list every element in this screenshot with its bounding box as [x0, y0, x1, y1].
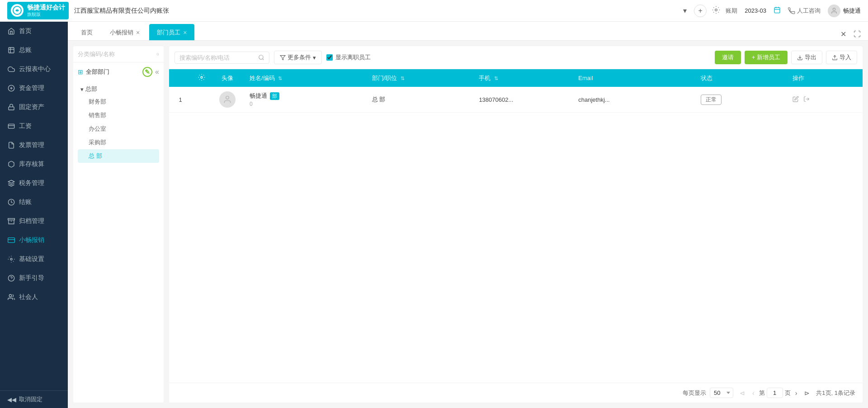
sidebar-item-settings[interactable]: 基础设置 [0, 250, 68, 269]
sidebar-item-ledger[interactable]: 总账 [0, 41, 68, 60]
dept-group-name[interactable]: ▾ 总部 [78, 83, 159, 95]
sidebar-item-label-fund: 资金管理 [19, 84, 44, 92]
sidebar-item-tax[interactable]: 税务管理 [0, 174, 68, 193]
dept-item-sales[interactable]: 销售部 [78, 109, 159, 122]
sidebar-item-label-asset: 固定资产 [19, 103, 44, 111]
svg-rect-2 [774, 7, 780, 13]
col-action: 操作 [786, 69, 863, 87]
next-page-button[interactable]: › [793, 389, 800, 398]
dept-panel: ⊞ 全部部门 ✎ « ▾ 总部 财务部 销售部 办公室 采购部 [73, 46, 164, 403]
add-employee-button[interactable]: + 新增员工 [745, 51, 788, 64]
expand-button[interactable]: ⛶ [852, 28, 863, 40]
sidebar-item-label-ledger: 总账 [19, 46, 32, 54]
sidebar-item-checkout[interactable]: 结账 [0, 193, 68, 212]
filter-button[interactable]: 更多条件 ▾ [274, 51, 322, 64]
dept-tree: ▾ 总部 财务部 销售部 办公室 采购部 总 部 [73, 80, 164, 403]
guide-icon [7, 274, 15, 282]
first-page-button[interactable]: ⊲ [737, 389, 748, 398]
expense-icon [7, 236, 15, 244]
sidebar-item-fund[interactable]: 资金管理 [0, 79, 68, 98]
svg-point-32 [201, 76, 203, 78]
tab-close-button[interactable]: × [136, 29, 140, 36]
sidebar-item-asset[interactable]: 固定资产 [0, 98, 68, 117]
add-company-button[interactable]: + [694, 5, 707, 17]
import-button[interactable]: 导入 [826, 51, 857, 64]
cell-phone: 138070602... [472, 87, 572, 113]
page-input[interactable] [767, 388, 783, 398]
dept-search-area [73, 46, 164, 62]
svg-point-6 [833, 8, 835, 10]
checkout-icon [7, 198, 15, 206]
invoice-icon [7, 141, 15, 149]
emp-table-wrap: 头像 姓名/编码 ⇅ 部门/职位 ⇅ 手机 ⇅ Emai [169, 69, 863, 383]
tax-icon [7, 179, 15, 187]
sidebar-item-archive[interactable]: 归档管理 [0, 212, 68, 231]
sidebar-item-label-checkout: 结账 [19, 198, 32, 206]
tab-小畅报销[interactable]: 小畅报销× [102, 24, 147, 40]
emp-search-input[interactable] [179, 54, 255, 61]
logo-area[interactable]: 畅捷通好会计 旗舰版 [7, 2, 69, 19]
per-page-select[interactable]: 50 10 20 100 [710, 388, 733, 398]
period-label: 账期 [726, 7, 737, 15]
sidebar-item-label-inventory: 库存核算 [19, 160, 44, 168]
dept-item-office[interactable]: 办公室 [78, 122, 159, 136]
tab-部门员工[interactable]: 部门员工× [149, 24, 194, 40]
page-suffix: 页 [785, 389, 791, 397]
pin-button[interactable]: ◀◀ 取消固定 [0, 390, 68, 408]
dept-item-general[interactable]: 总 部 [78, 149, 159, 163]
app-name: 畅捷通好会计 [27, 4, 65, 11]
col-settings[interactable] [192, 69, 212, 87]
svg-rect-14 [8, 124, 14, 128]
col-phone[interactable]: 手机 ⇅ [472, 69, 572, 87]
sidebar-item-label-archive: 归档管理 [19, 217, 44, 225]
archive-icon [7, 217, 15, 225]
show-resigned-checkbox-label[interactable]: 显示离职员工 [326, 53, 371, 62]
company-dropdown-icon[interactable]: ▾ [681, 5, 689, 17]
show-resigned-checkbox[interactable] [326, 54, 333, 61]
sidebar-item-inventory[interactable]: 库存核算 [0, 155, 68, 174]
page-prefix: 第 [759, 389, 765, 397]
emp-toolbar: 更多条件 ▾ 显示离职员工 邀请 + 新增员工 [169, 46, 863, 69]
filter-label: 更多条件 [288, 53, 311, 62]
sidebar-item-expense[interactable]: 小畅报销 [0, 231, 68, 250]
page-nav: ⊲ ‹ 第 页 › ⊳ [737, 388, 812, 398]
col-email: Email [572, 69, 694, 87]
export-button[interactable]: 导出 [791, 51, 822, 64]
emp-table: 头像 姓名/编码 ⇅ 部门/职位 ⇅ 手机 ⇅ Emai [169, 69, 863, 113]
sidebar-item-salary[interactable]: 工资 [0, 117, 68, 136]
filter-icon [280, 55, 286, 61]
pin-label: 取消固定 [19, 395, 42, 403]
user-area[interactable]: 畅捷通 [828, 5, 861, 17]
sidebar-item-invoice[interactable]: 发票管理 [0, 136, 68, 155]
last-page-button[interactable]: ⊳ [802, 389, 812, 398]
disable-button[interactable] [803, 96, 810, 104]
col-name-code[interactable]: 姓名/编码 ⇅ [243, 69, 366, 87]
service-button[interactable]: 人工咨询 [788, 7, 821, 15]
dept-collapse-button[interactable]: « [155, 68, 159, 76]
settings-icon [7, 255, 15, 263]
content-area: 首页小畅报销×部门员工× ✕ ⛶ ⊞ 全部部门 ✎ [68, 22, 868, 408]
dept-search-input[interactable] [78, 51, 154, 57]
svg-point-1 [715, 9, 717, 11]
dept-group-root: ▾ 总部 财务部 销售部 办公室 采购部 总 部 [73, 81, 164, 165]
sidebar-item-home[interactable]: 首页 [0, 22, 68, 41]
calendar-icon[interactable] [774, 6, 781, 15]
home-icon [7, 27, 15, 35]
edit-button[interactable] [793, 96, 799, 104]
close-all-tabs-button[interactable]: ✕ [839, 28, 848, 40]
invite-button[interactable]: 邀请 [715, 51, 741, 64]
tab-首页[interactable]: 首页 [73, 24, 100, 40]
user-avatar-icon [828, 5, 840, 17]
sidebar-item-more[interactable]: 社会人 [0, 288, 68, 307]
sidebar-item-guide[interactable]: 新手引导 [0, 269, 68, 288]
dept-item-purchase[interactable]: 采购部 [78, 136, 159, 149]
prev-page-button[interactable]: ‹ [750, 389, 757, 398]
dept-header: ⊞ 全部部门 ✎ « [73, 62, 164, 80]
dept-item-finance[interactable]: 财务部 [78, 95, 159, 109]
settings-icon[interactable] [712, 6, 720, 16]
cell-index: 1 [169, 87, 192, 113]
dept-edit-button[interactable]: ✎ [142, 67, 152, 77]
tab-close-button[interactable]: × [183, 29, 187, 36]
col-dept-position[interactable]: 部门/职位 ⇅ [366, 69, 473, 87]
sidebar-item-reports[interactable]: 云报表中心 [0, 60, 68, 79]
